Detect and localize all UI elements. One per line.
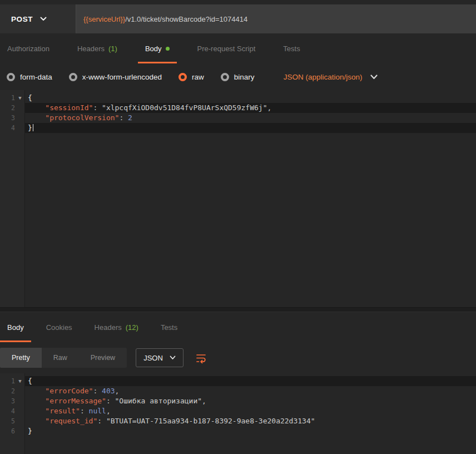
mode-x-www-form-urlencoded[interactable]: x-www-form-urlencoded (69, 73, 162, 81)
line-number: 3 (0, 113, 15, 123)
request-body-editor[interactable]: 1▼{2 "sessionId": "xlpcqfXiOD0dv51D84fvP… (0, 90, 476, 307)
code-text: "sessionId": "xlpcqfXiOD0dv51D84fvP8UArS… (25, 103, 476, 113)
mode-label: raw (192, 73, 204, 81)
section-divider[interactable] (0, 307, 476, 312)
mode-label: binary (234, 73, 255, 81)
url-path: /v1.0/ticket/showBarcode?id=1074414 (125, 15, 247, 23)
fold-gutter (15, 386, 25, 396)
line-number: 3 (0, 396, 15, 406)
code-line-1[interactable]: 1▼{ (0, 376, 476, 386)
wrap-lines-icon (195, 352, 207, 364)
chevron-down-icon (370, 75, 378, 80)
code-text: } (25, 123, 476, 133)
tab-label: Authorization (7, 45, 49, 53)
code-text: } (25, 426, 476, 436)
code-line-4[interactable]: 4} (0, 123, 476, 133)
mode-form-data[interactable]: form-data (7, 73, 52, 81)
line-number: 6 (0, 426, 15, 436)
fold-gutter (15, 113, 25, 123)
radio-icon (69, 73, 77, 81)
fold-gutter (15, 406, 25, 416)
line-number: 4 (0, 123, 15, 133)
content-type-label: JSON (application/json) (284, 73, 363, 81)
response-body-editor[interactable]: 1▼{2 "errorCode": 403,3 "errorMessage": … (0, 373, 476, 454)
code-line-5[interactable]: 5 "request_id": "BTUAT=UAT-715aa934-b187… (0, 416, 476, 426)
code-text: { (25, 93, 476, 103)
code-line-4[interactable]: 4 "result": null, (0, 406, 476, 416)
response-tab-tests[interactable]: Tests (159, 312, 179, 342)
tab-label: Headers (95, 323, 122, 332)
request-tabs: Authorization Headers (1) Body Pre-reque… (0, 33, 476, 63)
body-status-dot (166, 47, 170, 51)
mode-binary[interactable]: binary (221, 73, 255, 81)
tab-label: Headers (77, 45, 105, 53)
chevron-down-icon (40, 17, 47, 21)
code-line-3[interactable]: 3 "errorMessage": "Ошибка авторизации", (0, 396, 476, 406)
radio-icon (221, 73, 229, 81)
line-number: 2 (0, 103, 15, 113)
line-number: 5 (0, 416, 15, 426)
response-tab-cookies[interactable]: Cookies (44, 312, 74, 342)
code-line-6[interactable]: 6} (0, 426, 476, 436)
api-client-window: POST {{serviceUrl}}/v1.0/ticket/showBarc… (0, 0, 476, 454)
fold-gutter (15, 416, 25, 426)
radio-icon (7, 73, 15, 81)
headers-count-badge: (12) (126, 323, 138, 332)
fold-gutter (15, 103, 25, 113)
mode-raw[interactable]: raw (178, 73, 204, 81)
format-label: JSON (143, 354, 163, 362)
url-variable: {{serviceUrl}} (83, 15, 125, 23)
text-cursor (33, 124, 33, 131)
response-toolbar: Pretty Raw Preview JSON (0, 342, 476, 373)
tab-label: Body (145, 45, 162, 53)
wrap-lines-button[interactable] (191, 348, 211, 368)
code-text: "errorMessage": "Ошибка авторизации", (25, 396, 476, 406)
response-tab-body[interactable]: Body (6, 312, 26, 342)
fold-arrow-icon[interactable]: ▼ (15, 93, 25, 103)
view-preview-button[interactable]: Preview (79, 348, 127, 368)
request-url-bar: POST {{serviceUrl}}/v1.0/ticket/showBarc… (0, 4, 476, 33)
radio-icon (178, 73, 187, 81)
line-number: 1 (0, 93, 15, 103)
fold-gutter (15, 396, 25, 406)
tab-label: Tests (283, 45, 300, 53)
code-text: "errorCode": 403, (25, 386, 476, 396)
fold-gutter (15, 123, 25, 133)
tab-tests[interactable]: Tests (281, 33, 301, 63)
tab-label: Cookies (46, 323, 72, 332)
view-pretty-button[interactable]: Pretty (0, 348, 42, 368)
view-raw-button[interactable]: Raw (42, 348, 79, 368)
body-mode-row: form-data x-www-form-urlencoded raw bina… (0, 63, 476, 90)
method-select[interactable]: POST (0, 4, 76, 33)
line-number: 2 (0, 386, 15, 396)
code-text: "result": null, (25, 406, 476, 416)
mode-label: x-www-form-urlencoded (82, 73, 162, 81)
response-tabs: Body Cookies Headers (12) Tests (0, 312, 476, 342)
line-number: 1 (0, 376, 15, 386)
method-label: POST (11, 15, 33, 23)
response-tab-headers[interactable]: Headers (12) (93, 312, 140, 342)
code-text: "request_id": "BTUAT=UAT-715aa934-b187-8… (25, 416, 476, 426)
code-line-2[interactable]: 2 "errorCode": 403, (0, 386, 476, 396)
tab-body[interactable]: Body (143, 33, 171, 63)
tab-headers[interactable]: Headers (1) (76, 33, 119, 63)
code-text: "protocolVersion": 2 (25, 113, 476, 123)
chevron-down-icon (170, 356, 176, 360)
tab-authorization[interactable]: Authorization (6, 33, 51, 63)
url-input[interactable]: {{serviceUrl}}/v1.0/ticket/showBarcode?i… (76, 4, 476, 33)
headers-count-badge: (1) (108, 45, 117, 53)
content-type-select[interactable]: JSON (application/json) (284, 73, 378, 81)
code-line-1[interactable]: 1▼{ (0, 93, 476, 103)
tab-label: Pre-request Script (197, 45, 256, 53)
code-line-3[interactable]: 3 "protocolVersion": 2 (0, 113, 476, 123)
tab-pre-request-script[interactable]: Pre-request Script (196, 33, 257, 63)
code-line-2[interactable]: 2 "sessionId": "xlpcqfXiOD0dv51D84fvP8UA… (0, 103, 476, 113)
fold-arrow-icon[interactable]: ▼ (15, 376, 25, 386)
response-format-select[interactable]: JSON (136, 348, 184, 367)
tab-label: Tests (161, 323, 177, 332)
view-toggle-group: Pretty Raw Preview (0, 348, 127, 368)
code-text: { (25, 376, 476, 386)
mode-label: form-data (20, 73, 52, 81)
tab-label: Body (7, 323, 24, 332)
line-number: 4 (0, 406, 15, 416)
